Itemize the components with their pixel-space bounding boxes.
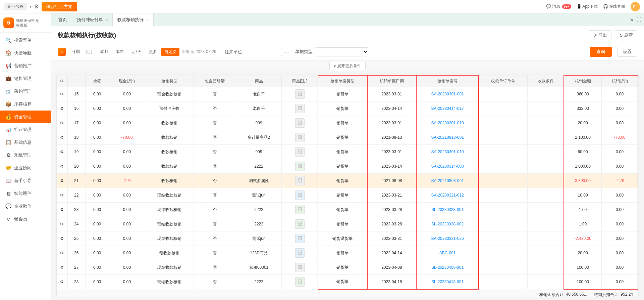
bill-no-link[interactable]: SA-20230321-012 — [431, 193, 464, 198]
bill-no-link[interactable]: SL-20230408-001 — [431, 265, 464, 270]
close-window-icon[interactable]: ✕ — [630, 17, 634, 23]
cell-gear[interactable]: ⚙ — [57, 246, 67, 260]
company-name[interactable]: 企业名称 — [4, 3, 27, 10]
sidebar-item-wechat[interactable]: 💬企业微信 — [0, 200, 51, 213]
bill-no-link[interactable]: SA-20230301-010 — [431, 149, 464, 154]
sidebar-item-marketing[interactable]: 📢营销推广 — [0, 59, 51, 72]
cell-bill-type: 销货单 — [318, 203, 367, 217]
query-button[interactable]: 查询 — [590, 47, 612, 57]
sidebar-item-guide[interactable]: 📖新手引导 — [0, 174, 51, 187]
goods-image: 🖼 — [295, 263, 305, 272]
tab-receipt-close[interactable]: × — [146, 18, 148, 22]
this-month-btn[interactable]: 本月 — [97, 48, 111, 56]
sidebar-item-shortcut[interactable]: 🏠快捷导航 — [0, 47, 51, 59]
export-button[interactable]: ↗ 导出 — [589, 30, 611, 40]
row-gear-icon[interactable]: ⚙ — [60, 236, 64, 241]
user-avatar[interactable]: Rit — [631, 2, 640, 11]
bill-no-link[interactable]: SL-20230418-001 — [431, 280, 464, 284]
dropdown-icon[interactable]: ▾ — [30, 4, 32, 9]
row-gear-icon[interactable]: ⚙ — [60, 92, 64, 96]
sidebar-item-basic[interactable]: 📋基础信息 — [0, 136, 51, 149]
cell-gear[interactable]: ⚙ — [57, 260, 67, 275]
row-gear-icon[interactable]: ⚙ — [60, 149, 64, 154]
row-gear-icon[interactable]: ⚙ — [60, 193, 64, 198]
message-area[interactable]: 💬 消息 99+ — [546, 4, 571, 9]
last-month-btn[interactable]: 上月 — [82, 48, 96, 56]
bill-no-link[interactable]: SA-20230301-001 — [431, 92, 464, 96]
filter-expand-button[interactable]: » — [58, 48, 66, 56]
sidebar-label-shortcut: 快捷导航 — [14, 50, 32, 56]
counterparty-dots[interactable]: ··· — [284, 49, 290, 54]
sidebar-item-hardware[interactable]: 🖥智能硬件 — [0, 187, 51, 200]
row-gear-icon[interactable]: ⚙ — [60, 265, 64, 270]
maximize-icon[interactable]: ⛶ — [637, 17, 641, 23]
app-download[interactable]: 📱 App下载 — [577, 4, 598, 9]
row-gear-icon[interactable]: ⚙ — [60, 222, 64, 226]
tab-prepay-close[interactable]: × — [106, 18, 108, 22]
tab-home[interactable]: 首页 — [54, 13, 72, 26]
cell-gear[interactable]: ⚙ — [57, 116, 67, 130]
cell-gear[interactable]: ⚙ — [57, 130, 67, 145]
sidebar-item-finance[interactable]: 💰资金管理 — [0, 111, 51, 123]
online-service[interactable]: 🎧 在线客服 — [603, 4, 625, 9]
bill-no-link[interactable]: SL-20230328-001 — [431, 207, 464, 212]
cell-gear[interactable]: ⚙ — [57, 217, 67, 231]
bill-no-link[interactable]: SA-20230414-017 — [431, 106, 464, 111]
cell-gear[interactable]: ⚙ — [57, 145, 67, 159]
cell-gear[interactable]: ⚙ — [57, 188, 67, 203]
row-gear-icon[interactable]: ⚙ — [60, 164, 64, 169]
row-gear-icon[interactable]: ⚙ — [60, 280, 64, 284]
bill-no-link[interactable]: SA-20210813-001 — [431, 135, 464, 140]
sidebar-item-system[interactable]: ⚙系统管理 — [0, 149, 51, 162]
bill-no-link[interactable]: SL-20230328-002 — [431, 222, 464, 226]
bill-no-link[interactable]: SA-20230331-026 — [431, 236, 464, 241]
custom-btn[interactable]: 自定义 — [161, 48, 179, 56]
row-gear-icon[interactable]: ⚙ — [60, 207, 64, 212]
tab-receipt[interactable]: 收款核销执行 × — [113, 13, 153, 26]
col-included-settled: 包含已结清 — [194, 75, 236, 87]
bill-type-select[interactable] — [315, 47, 368, 56]
row-gear-icon[interactable]: ⚙ — [60, 121, 64, 125]
tab-prepay[interactable]: 预付冲应付单 × — [72, 13, 113, 26]
row-gear-icon[interactable]: ⚙ — [60, 106, 64, 111]
cell-balance: 0.00 — [86, 231, 109, 246]
cell-verify-discount: -70.00 — [602, 130, 638, 145]
sidebar-item-enterprise[interactable]: 🤝企业协同 — [0, 162, 51, 174]
row-gear-icon[interactable]: ⚙ — [60, 178, 64, 183]
gear-icon[interactable]: ⚙ — [60, 79, 64, 83]
bill-no-link[interactable]: SA-20210808-001 — [431, 178, 464, 183]
sidebar-item-search[interactable]: 🔍搜索菜单 — [0, 34, 51, 47]
sidebar-item-operation[interactable]: 📊经营管理 — [0, 123, 51, 136]
basic-icon: 📋 — [5, 139, 11, 145]
cell-gear[interactable]: ⚙ — [57, 87, 67, 101]
cell-gear[interactable]: ⚙ — [57, 101, 67, 116]
bill-no-link[interactable]: SA-20230301-010 — [431, 121, 464, 125]
settings-icon[interactable]: ⚙ — [34, 3, 39, 10]
expand-more-button[interactable]: ▾ 展开更多条件 — [329, 62, 366, 70]
sidebar-item-inventory[interactable]: 📦库存核算 — [0, 98, 51, 111]
bill-no-link[interactable]: SA-20230314-008 — [431, 164, 464, 169]
this-year-btn[interactable]: 本年 — [113, 48, 127, 56]
bill-no-link[interactable]: ABC-001 — [439, 251, 456, 255]
filter-settings-button[interactable]: 设置 — [617, 47, 637, 57]
cell-gear[interactable]: ⚙ — [57, 203, 67, 217]
cell-verify-amount: 100.00 — [564, 260, 602, 275]
cell-gear[interactable]: ⚙ — [57, 159, 67, 174]
sidebar-item-purchase[interactable]: 🛒采购管理 — [0, 85, 51, 98]
row-gear-icon[interactable]: ⚙ — [60, 135, 64, 140]
more-btn[interactable]: 更多 — [146, 48, 160, 56]
purchase-icon: 🛒 — [5, 88, 11, 94]
cell-gear[interactable]: ⚙ — [57, 275, 67, 289]
sidebar-item-sales[interactable]: 💼销售管理 — [0, 72, 51, 85]
cell-gear[interactable]: ⚙ — [57, 231, 67, 246]
refresh-button[interactable]: ↻ 刷新 — [615, 30, 637, 40]
sidebar-item-member[interactable]: V畅会员 — [0, 213, 51, 225]
cell-included-settled: 否 — [194, 217, 236, 231]
cell-bill-type: 销货单 — [318, 159, 367, 174]
date-buttons: 上月 本月 本年 近7天 更多 自定义 — [82, 48, 179, 56]
last7-btn[interactable]: 近7天 — [128, 48, 145, 56]
solution-button[interactable]: 体验行业方案 — [42, 2, 77, 11]
cell-gear[interactable]: ⚙ — [57, 174, 67, 188]
row-gear-icon[interactable]: ⚙ — [60, 251, 64, 255]
counterparty-input[interactable] — [222, 48, 282, 56]
